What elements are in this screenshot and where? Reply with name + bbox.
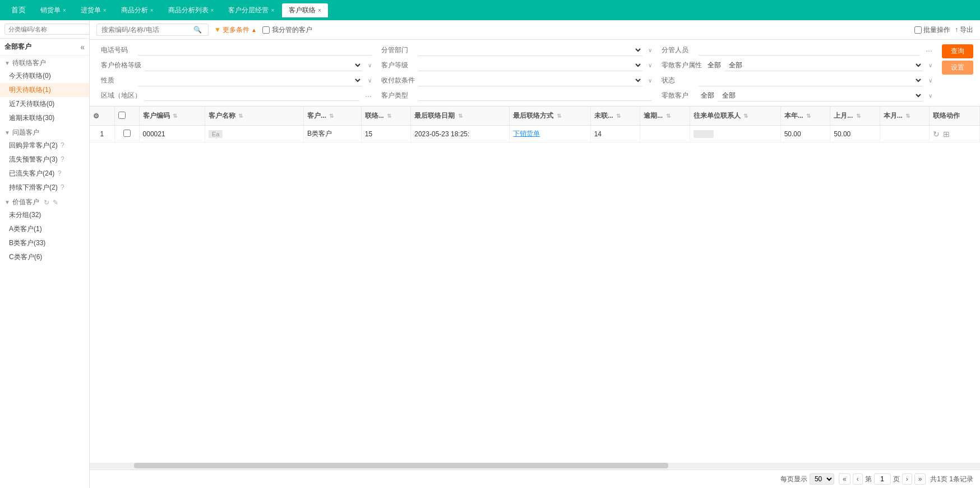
customer-level-select[interactable] [418, 59, 642, 71]
first-page-btn[interactable]: « [839, 473, 850, 485]
sort-date-icon[interactable]: ⇅ [458, 113, 463, 119]
export-btn[interactable]: ↑ 导出 [955, 25, 973, 35]
sort-prev-icon[interactable]: ⇅ [743, 113, 748, 119]
row-type: B类客户 [304, 126, 362, 142]
row-uncontact: 14 [590, 126, 640, 142]
sidebar-item-abnormal-repurchase[interactable]: 回购异常客户(2) ? [0, 139, 89, 153]
sidebar-item-churn-warning[interactable]: 流失预警客户(3) ? [0, 153, 89, 167]
sidebar-item-7day-contact[interactable]: 近7天待联络(0) [0, 97, 89, 111]
dept-select[interactable] [418, 44, 642, 56]
search-box[interactable]: 🔍 [96, 24, 209, 36]
col-header-last-way: 最后联络方式 ⇅ [510, 107, 590, 126]
close-product-analysis-list-icon[interactable]: × [211, 7, 214, 13]
my-customers-check[interactable] [262, 26, 270, 34]
phone-input[interactable] [138, 45, 372, 56]
sidebar-item-tomorrow-contact[interactable]: 明天待联络(1) [0, 83, 89, 97]
sort-uncontact-icon[interactable]: ⇅ [616, 113, 621, 119]
sidebar-item-declining[interactable]: 持续下滑客户(2) ? [0, 181, 89, 195]
nav-customer-contact[interactable]: 客户联络 × [282, 3, 328, 17]
nav-purchase-order[interactable]: 进货单 × [74, 3, 113, 17]
manager-dots-icon[interactable]: ··· [926, 46, 932, 55]
table-footer: 每页显示 50 « ‹ 第 页 › » 共1页 1条记录 [90, 469, 980, 488]
filter-right-area: 批量操作 ↑ 导出 [914, 25, 973, 35]
close-purchase-order-icon[interactable]: × [103, 7, 107, 13]
row-last-way[interactable]: 下销货单 [510, 126, 590, 142]
sort-lastmonth-icon[interactable]: ⇅ [856, 113, 861, 119]
page-number-input[interactable] [874, 473, 891, 485]
refresh-icon[interactable]: ↻ [44, 199, 49, 206]
sidebar-all-customers[interactable]: 全部客户 « [0, 39, 89, 56]
sidebar-search-input[interactable] [4, 24, 90, 35]
nav-customer-layering[interactable]: 客户分层经营 × [221, 3, 281, 17]
my-customers-checkbox[interactable]: 我分管的客户 [262, 25, 312, 35]
sort-thisyear-icon[interactable]: ⇅ [806, 113, 811, 119]
last-page-btn[interactable]: » [914, 473, 926, 485]
filter-action-buttons: 查询 设置 [937, 44, 973, 102]
sort-way-icon[interactable]: ⇅ [557, 113, 561, 119]
last-way-link[interactable]: 下销货单 [513, 130, 540, 137]
action-refresh-icon[interactable]: ↻ [933, 130, 940, 139]
nature-select[interactable] [138, 75, 362, 86]
retail-attr-select[interactable]: 全部 [724, 59, 923, 71]
edit-icon[interactable]: ✎ [53, 199, 58, 206]
nav-product-analysis[interactable]: 商品分析 × [114, 3, 160, 17]
batch-operation-btn[interactable]: 批量操作 [914, 25, 950, 35]
filter-nature: 性质 ∨ [96, 75, 377, 86]
sidebar-item-overdue-contact[interactable]: 逾期未联络(30) [0, 111, 89, 125]
sidebar-item-churned[interactable]: 已流失客户(24) ? [0, 167, 89, 181]
horizontal-scrollbar[interactable] [90, 463, 980, 468]
filter-payment: 收付款条件 ∨ [377, 75, 657, 86]
row-checkbox[interactable] [123, 130, 131, 137]
gear-icon[interactable]: ⚙ [93, 112, 99, 120]
manager-input[interactable] [699, 45, 920, 56]
sidebar-item-class-c[interactable]: C类客户(6) [0, 250, 89, 264]
close-customer-layering-icon[interactable]: × [271, 7, 274, 13]
sidebar-item-today-contact[interactable]: 今天待联络(0) [0, 69, 89, 83]
price-level-label: 客户价格等级 [101, 61, 141, 70]
retail-customer-select[interactable]: 全部 [718, 90, 923, 102]
row-check[interactable] [114, 126, 139, 142]
close-customer-contact-icon[interactable]: × [318, 7, 321, 13]
col-header-gear[interactable]: ⚙ [90, 107, 114, 126]
main-search-icon[interactable]: 🔍 [193, 26, 202, 34]
sort-name-icon[interactable]: ⇅ [238, 113, 243, 119]
close-sales-order-icon[interactable]: × [63, 7, 66, 13]
sort-code-icon[interactable]: ⇅ [173, 113, 177, 119]
page-size-select[interactable]: 50 [810, 473, 834, 485]
sort-thismonth-icon[interactable]: ⇅ [905, 113, 910, 119]
price-level-select[interactable] [145, 59, 362, 71]
data-table: ⚙ 客户编码 ⇅ 客户名称 ⇅ [90, 107, 980, 142]
payment-arrow-icon: ∨ [648, 77, 652, 84]
region-input[interactable] [145, 90, 359, 101]
settings-button[interactable]: 设置 [942, 61, 973, 75]
col-header-check[interactable] [114, 107, 139, 126]
select-all-checkbox[interactable] [118, 112, 126, 119]
sidebar-item-class-b[interactable]: B类客户(33) [0, 236, 89, 250]
price-level-arrow-icon: ∨ [368, 62, 372, 68]
sort-overdue-icon[interactable]: ⇅ [666, 113, 671, 119]
payment-select[interactable] [418, 75, 642, 86]
customer-type-input[interactable] [418, 90, 652, 101]
region-dots-icon[interactable]: ··· [365, 91, 372, 100]
nav-sales-order[interactable]: 销货单 × [34, 3, 73, 17]
nav-home[interactable]: 首页 [4, 3, 33, 17]
nav-product-analysis-list[interactable]: 商品分析列表 × [161, 3, 221, 17]
sort-type-icon[interactable]: ⇅ [329, 113, 334, 119]
filter-phone: 电话号码 [96, 45, 377, 56]
sidebar-content: 全部客户 « ▼ 待联络客户 今天待联络(0) 明天待联络(1) 近7天待联络(… [0, 39, 89, 488]
sidebar-item-class-a[interactable]: A类客户(1) [0, 222, 89, 236]
prev-page-btn[interactable]: ‹ [853, 473, 863, 485]
action-grid-icon[interactable]: ⊞ [943, 130, 950, 139]
status-select[interactable] [699, 75, 923, 86]
close-product-analysis-icon[interactable]: × [150, 7, 154, 13]
col-header-last-date: 最后联络日期 ⇅ [411, 107, 510, 126]
group-pending-contact: ▼ 待联络客户 [0, 56, 89, 69]
query-button[interactable]: 查询 [942, 44, 973, 58]
sort-contacts-icon[interactable]: ⇅ [387, 113, 391, 119]
batch-check[interactable] [914, 26, 922, 34]
more-conditions-btn[interactable]: ▼ 更多条件 ▲ [214, 25, 257, 35]
row-contacts: 15 [361, 126, 411, 142]
sidebar-item-unclassified[interactable]: 未分组(32) [0, 208, 89, 222]
next-page-btn[interactable]: › [902, 473, 912, 485]
main-search-input[interactable] [101, 26, 191, 34]
